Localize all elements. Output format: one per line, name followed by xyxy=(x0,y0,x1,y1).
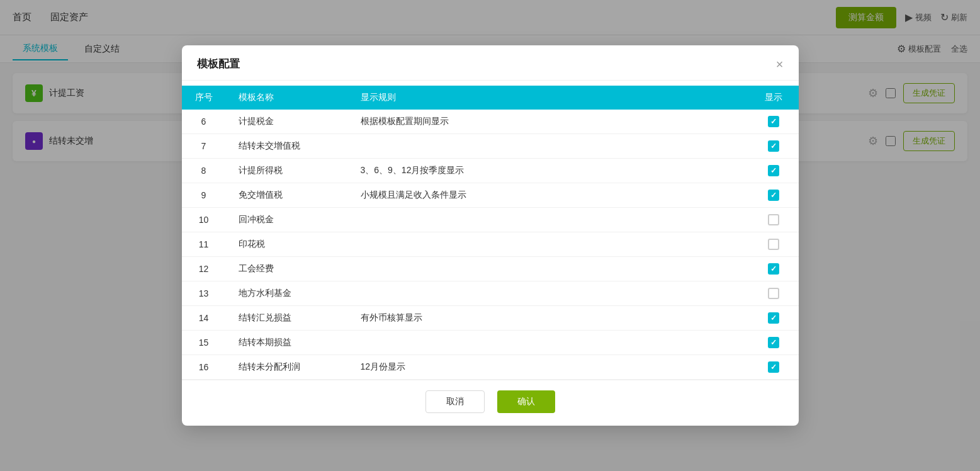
row-checkbox-cell xyxy=(748,208,799,232)
row-rule xyxy=(352,232,748,257)
row-checkbox-cell xyxy=(748,134,799,159)
row-checkbox-cell xyxy=(748,110,799,134)
row-rule: 12月份显示 xyxy=(352,355,748,380)
row-checkbox-6[interactable] xyxy=(768,116,779,127)
row-checkbox-11[interactable] xyxy=(768,239,779,250)
table-row: 8计提所得税3、6、9、12月按季度显示 xyxy=(182,159,799,183)
row-name: 结转汇兑损益 xyxy=(226,306,352,331)
table-row: 9免交增值税小规模且满足收入条件显示 xyxy=(182,183,799,208)
template-config-modal: 模板配置 × 序号 模板名称 显示规则 显示 6计提税金根据模板配置期间显示7结… xyxy=(182,45,799,426)
row-name: 结转未分配利润 xyxy=(226,355,352,380)
table-row: 13地方水利基金 xyxy=(182,281,799,306)
row-name: 免交增值税 xyxy=(226,183,352,208)
confirm-button[interactable]: 确认 xyxy=(497,390,555,413)
table-row: 12工会经费 xyxy=(182,257,799,281)
row-id: 16 xyxy=(182,355,226,380)
table-row: 6计提税金根据模板配置期间显示 xyxy=(182,110,799,134)
row-name: 印花税 xyxy=(226,232,352,257)
row-id: 10 xyxy=(182,208,226,232)
row-id: 13 xyxy=(182,281,226,306)
row-checkbox-10[interactable] xyxy=(768,214,779,225)
modal-body: 序号 模板名称 显示规则 显示 6计提税金根据模板配置期间显示7结转未交增值税8… xyxy=(182,81,799,380)
row-rule: 有外币核算显示 xyxy=(352,306,748,331)
row-rule xyxy=(352,281,748,306)
cancel-button[interactable]: 取消 xyxy=(425,390,485,413)
row-id: 9 xyxy=(182,183,226,208)
modal-title: 模板配置 xyxy=(197,57,240,71)
row-checkbox-12[interactable] xyxy=(768,263,779,275)
row-rule xyxy=(352,208,748,232)
table-row: 11印花税 xyxy=(182,232,799,257)
row-id: 11 xyxy=(182,232,226,257)
table-row: 14结转汇兑损益有外币核算显示 xyxy=(182,306,799,331)
row-checkbox-15[interactable] xyxy=(768,337,779,348)
col-header-display: 显示 xyxy=(748,86,799,110)
row-rule xyxy=(352,134,748,159)
row-checkbox-cell xyxy=(748,281,799,306)
row-checkbox-cell xyxy=(748,306,799,331)
table-row: 15结转本期损益 xyxy=(182,331,799,355)
row-name: 工会经费 xyxy=(226,257,352,281)
row-rule: 3、6、9、12月按季度显示 xyxy=(352,159,748,183)
col-header-name: 模板名称 xyxy=(226,86,352,110)
row-checkbox-cell xyxy=(748,159,799,183)
col-header-rule: 显示规则 xyxy=(352,86,748,110)
row-name: 回冲税金 xyxy=(226,208,352,232)
table-row: 10回冲税金 xyxy=(182,208,799,232)
row-checkbox-16[interactable] xyxy=(768,361,779,373)
row-id: 12 xyxy=(182,257,226,281)
row-id: 14 xyxy=(182,306,226,331)
row-checkbox-14[interactable] xyxy=(768,312,779,324)
modal-header: 模板配置 × xyxy=(182,45,799,81)
row-id: 7 xyxy=(182,134,226,159)
col-header-id: 序号 xyxy=(182,86,226,110)
row-checkbox-7[interactable] xyxy=(768,140,779,152)
row-id: 15 xyxy=(182,331,226,355)
row-checkbox-cell xyxy=(748,257,799,281)
row-checkbox-9[interactable] xyxy=(768,190,779,201)
row-name: 地方水利基金 xyxy=(226,281,352,306)
modal-overlay: 模板配置 × 序号 模板名称 显示规则 显示 6计提税金根据模板配置期间显示7结… xyxy=(0,0,980,471)
row-checkbox-cell xyxy=(748,183,799,208)
row-rule: 根据模板配置期间显示 xyxy=(352,110,748,134)
row-checkbox-cell xyxy=(748,331,799,355)
row-id: 6 xyxy=(182,110,226,134)
config-table: 序号 模板名称 显示规则 显示 6计提税金根据模板配置期间显示7结转未交增值税8… xyxy=(182,86,799,380)
row-rule xyxy=(352,257,748,281)
row-checkbox-cell xyxy=(748,355,799,380)
row-id: 8 xyxy=(182,159,226,183)
row-name: 结转本期损益 xyxy=(226,331,352,355)
row-checkbox-8[interactable] xyxy=(768,165,779,176)
row-name: 计提所得税 xyxy=(226,159,352,183)
modal-close-button[interactable]: × xyxy=(776,58,784,71)
row-name: 计提税金 xyxy=(226,110,352,134)
modal-footer: 取消 确认 xyxy=(182,380,799,426)
table-row: 16结转未分配利润12月份显示 xyxy=(182,355,799,380)
row-checkbox-cell xyxy=(748,232,799,257)
table-row: 7结转未交增值税 xyxy=(182,134,799,159)
row-rule xyxy=(352,331,748,355)
row-checkbox-13[interactable] xyxy=(768,288,779,299)
row-rule: 小规模且满足收入条件显示 xyxy=(352,183,748,208)
row-name: 结转未交增值税 xyxy=(226,134,352,159)
